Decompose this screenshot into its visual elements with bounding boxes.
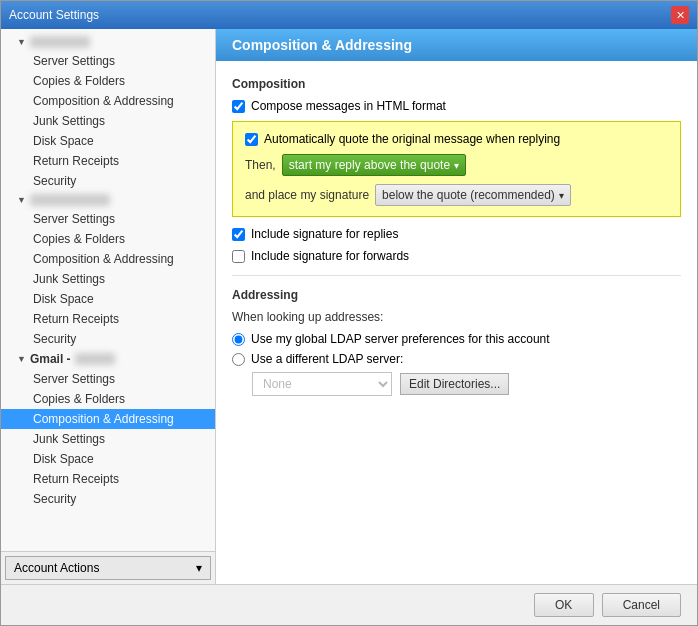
when-looking-label: When looking up addresses: [232,310,681,324]
main-panel: Composition & Addressing Composition Com… [216,29,697,584]
reply-dropdown-button[interactable]: start my reply above the quote ▾ [282,154,466,176]
reply-dropdown-label: start my reply above the quote [289,158,450,172]
group2-label [30,194,110,206]
sig-place-label: and place my signature [245,188,369,202]
include-sig-forwards-row: Include signature for forwards [232,249,681,263]
title-bar: Account Settings ✕ [1,1,697,29]
group2-arrow: ▼ [17,195,26,205]
sidebar-group-3[interactable]: ▼ Gmail - [1,349,215,369]
sidebar-item-g1-security[interactable]: Security [1,171,215,191]
panel-content: Composition Compose messages in HTML for… [216,61,697,584]
bottom-bar: OK Cancel [1,584,697,625]
sidebar-item-g3-copies[interactable]: Copies & Folders [1,389,215,409]
reply-dropdown-arrow: ▾ [454,160,459,171]
sidebar-item-g3-receipts[interactable]: Return Receipts [1,469,215,489]
group3-arrow: ▼ [17,354,26,364]
sidebar-item-g1-junk[interactable]: Junk Settings [1,111,215,131]
auto-quote-label: Automatically quote the original message… [264,132,560,146]
use-different-ldap-label: Use a different LDAP server: [251,352,403,366]
sidebar-item-g2-server[interactable]: Server Settings [1,209,215,229]
panel-header: Composition & Addressing [216,29,697,61]
addressing-sub-row: None Edit Directories... [252,372,681,396]
sidebar-item-g3-comp[interactable]: Composition & Addressing [1,409,215,429]
ldap-server-select[interactable]: None [252,372,392,396]
cancel-button[interactable]: Cancel [602,593,681,617]
close-button[interactable]: ✕ [671,6,689,24]
sidebar-item-g2-disk[interactable]: Disk Space [1,289,215,309]
sidebar-group-2[interactable]: ▼ [1,191,215,209]
ok-button[interactable]: OK [534,593,594,617]
content-area: ▼ Server Settings Copies & Folders Compo… [1,29,697,584]
sidebar-item-g1-comp[interactable]: Composition & Addressing [1,91,215,111]
include-sig-replies-checkbox[interactable] [232,228,245,241]
sidebar-group-1[interactable]: ▼ [1,33,215,51]
use-global-ldap-radio[interactable] [232,333,245,346]
sidebar-item-g1-copies[interactable]: Copies & Folders [1,71,215,91]
auto-quote-row: Automatically quote the original message… [245,132,668,146]
sidebar-item-g3-junk[interactable]: Junk Settings [1,429,215,449]
sidebar-item-g1-server[interactable]: Server Settings [1,51,215,71]
sidebar-item-g2-copies[interactable]: Copies & Folders [1,229,215,249]
auto-quote-checkbox[interactable] [245,133,258,146]
composition-section-label: Composition [232,77,681,91]
sidebar-item-g3-security[interactable]: Security [1,489,215,509]
include-sig-replies-row: Include signature for replies [232,227,681,241]
sidebar-item-g2-security[interactable]: Security [1,329,215,349]
signature-placement-row: and place my signature below the quote (… [245,184,668,206]
group1-label [30,36,90,48]
sidebar-item-g1-receipts[interactable]: Return Receipts [1,151,215,171]
reply-placement-row: Then, start my reply above the quote ▾ [245,154,668,176]
sidebar-item-g2-comp[interactable]: Composition & Addressing [1,249,215,269]
edit-directories-button[interactable]: Edit Directories... [400,373,509,395]
title-bar-text: Account Settings [9,8,99,22]
sidebar-item-g2-junk[interactable]: Junk Settings [1,269,215,289]
group1-arrow: ▼ [17,37,26,47]
include-sig-forwards-label: Include signature for forwards [251,249,409,263]
use-different-ldap-radio[interactable] [232,353,245,366]
sidebar-item-g3-server[interactable]: Server Settings [1,369,215,389]
then-label: Then, [245,158,276,172]
sidebar-item-g2-receipts[interactable]: Return Receipts [1,309,215,329]
include-sig-forwards-checkbox[interactable] [232,250,245,263]
use-global-ldap-label: Use my global LDAP server preferences fo… [251,332,550,346]
account-actions-arrow: ▾ [196,561,202,575]
addressing-section-label: Addressing [232,288,681,302]
auto-quote-highlight-box: Automatically quote the original message… [232,121,681,217]
group3-label: Gmail - [30,352,71,366]
sidebar-item-g1-disk[interactable]: Disk Space [1,131,215,151]
use-global-ldap-row: Use my global LDAP server preferences fo… [232,332,681,346]
edit-directories-label: Edit Directories... [409,377,500,391]
include-sig-replies-label: Include signature for replies [251,227,398,241]
compose-html-row: Compose messages in HTML format [232,99,681,113]
sidebar-item-g3-disk[interactable]: Disk Space [1,449,215,469]
account-settings-window: Account Settings ✕ ▼ Server Settings Cop… [0,0,698,626]
sidebar-footer: Account Actions ▾ [1,551,215,584]
compose-html-label: Compose messages in HTML format [251,99,446,113]
signature-dropdown-arrow: ▾ [559,190,564,201]
account-actions-label: Account Actions [14,561,99,575]
sidebar-tree: ▼ Server Settings Copies & Folders Compo… [1,29,215,551]
use-different-ldap-row: Use a different LDAP server: [232,352,681,366]
section-divider [232,275,681,276]
sidebar: ▼ Server Settings Copies & Folders Compo… [1,29,216,584]
signature-dropdown-label: below the quote (recommended) [382,188,555,202]
signature-dropdown-button[interactable]: below the quote (recommended) ▾ [375,184,571,206]
compose-html-checkbox[interactable] [232,100,245,113]
group3-label-blurred [75,353,115,365]
account-actions-button[interactable]: Account Actions ▾ [5,556,211,580]
